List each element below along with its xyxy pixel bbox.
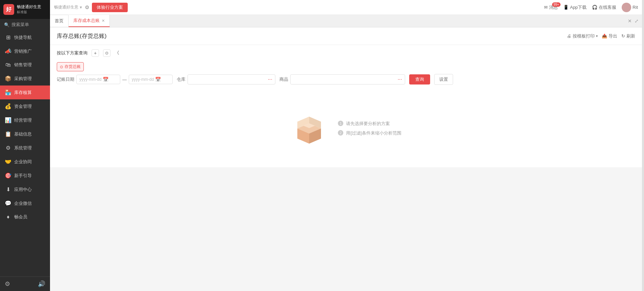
filter-scheme-label: 按以下方案查询 (57, 50, 88, 56)
enterprise-icon: 🤝 (5, 159, 11, 165)
user-avatar-area[interactable]: Rit (622, 3, 638, 12)
app-download-btn[interactable]: 📱 App下载 (563, 4, 587, 10)
app-name-block: 畅捷通好生意 标准版 (17, 4, 41, 15)
app-logo: 好 畅捷通好生意 标准版 (0, 0, 50, 19)
print-action[interactable]: 🖨 按模板打印 ▾ (567, 33, 598, 39)
refresh-label: 刷新 (626, 33, 635, 39)
tab-close-icon[interactable]: ✕ (102, 19, 105, 23)
sidebar-item-finance[interactable]: 💰 资金管理 (0, 99, 50, 113)
industry-btn[interactable]: 体验行业方案 (92, 3, 128, 12)
sidebar-item-label: 应用中心 (14, 187, 32, 193)
sidebar-item-label: 企业协同 (14, 159, 32, 165)
scheme-tag-inventory[interactable]: ⊙ 存货总账 (57, 62, 84, 71)
avatar (622, 3, 631, 12)
date-end-placeholder: yyyy-mm-dd (132, 77, 154, 82)
date-start-input[interactable]: yyyy-mm-dd 📅 (76, 75, 120, 84)
breadcrumb-text: 畅捷通好生意 (54, 4, 78, 10)
refresh-icon: ↻ (621, 33, 625, 39)
topbar-left: 畅捷通好生意 ▾ ⚙ 体验行业方案 (54, 3, 541, 12)
right-resize-handle[interactable] (642, 0, 644, 291)
sidebar-item-appstore[interactable]: ⬇ 应用中心 (0, 183, 50, 196)
product-more-icon[interactable]: ··· (398, 76, 402, 82)
sidebar-item-enterprise[interactable]: 🤝 企业协同 (0, 155, 50, 169)
empty-content: 1 请先选择要分析的方案 2 用[过滤]条件来缩小分析范围 (291, 110, 401, 147)
date-filter-group: 记账日期 yyyy-mm-dd 📅 — yyyy-mm-dd 📅 (57, 75, 173, 84)
page-body: 库存总账(存货总账) 🖨 按模板打印 ▾ 📤 导出 ↻ 刷新 (50, 27, 642, 167)
message-btn[interactable]: ✉ 消息 99+ (544, 4, 558, 10)
filter-schema-btn[interactable]: ⊙ (103, 49, 110, 57)
tab-inventory-ledger[interactable]: 库存成本总账 ✕ (69, 15, 110, 27)
date-start-placeholder: yyyy-mm-dd (79, 77, 101, 82)
export-icon: 📤 (602, 33, 607, 39)
sidebar-item-label: 库存核算 (14, 90, 32, 96)
sidebar-item-label: 资金管理 (14, 103, 32, 110)
sidebar-item-guide[interactable]: 🎯 新手引导 (0, 169, 50, 183)
scheme-tag-row: ⊙ 存货总账 (50, 61, 642, 74)
page-actions: 🖨 按模板打印 ▾ 📤 导出 ↻ 刷新 (567, 33, 635, 39)
empty-illustration (291, 110, 328, 147)
tab-close-panel-icon[interactable]: ✕ (628, 18, 632, 24)
sidebar-search[interactable]: 🔍 搜索菜单 (0, 19, 50, 30)
headset-icon: 🎧 (592, 5, 597, 10)
sidebar-item-vip[interactable]: ♦ 畅会员 (0, 210, 50, 224)
calendar-end-icon[interactable]: 📅 (155, 77, 161, 82)
app-download-label: App下载 (570, 4, 587, 10)
logo-icon: 好 (3, 4, 14, 15)
product-input[interactable]: ··· (290, 74, 405, 84)
sidebar-item-marketing[interactable]: 📣 营销推广 (0, 44, 50, 58)
refresh-action[interactable]: ↻ 刷新 (621, 33, 635, 39)
scheme-tag-label: 存货总账 (65, 64, 81, 70)
tab-inventory-ledger-label: 库存成本总账 (73, 18, 100, 24)
date-label: 记账日期 (57, 76, 74, 82)
warehouse-input[interactable]: ··· (188, 74, 275, 84)
sidebar-item-purchase[interactable]: 📦 采购管理 (0, 72, 50, 86)
filter-collapse-btn[interactable]: 《 (115, 50, 119, 56)
schema-icon: ⊙ (105, 51, 108, 55)
warehouse-more-icon[interactable]: ··· (268, 76, 272, 82)
warehouse-label: 仓库 (177, 76, 185, 82)
tab-home[interactable]: 首页 (50, 15, 69, 27)
page-title: 库存总账(存货总账) (57, 32, 106, 40)
online-service-label: 在线客服 (599, 4, 616, 10)
filter-add-btn[interactable]: + (92, 49, 99, 57)
warehouse-filter-group: 仓库 ··· (177, 74, 275, 84)
sidebar-item-weixin[interactable]: 💬 企业微信 (0, 196, 50, 210)
date-end-input[interactable]: yyyy-mm-dd 📅 (129, 75, 173, 84)
tip-num-2: 2 (338, 130, 343, 136)
settings-button[interactable]: 设置 (434, 74, 453, 85)
sidebar-item-inventory[interactable]: 🏪 库存核算 (0, 86, 50, 99)
sidebar: 好 畅捷通好生意 标准版 🔍 搜索菜单 ⊞ 快捷导航 📣 营销推广 🛍 销售管理… (0, 0, 50, 291)
filter-fields: 记账日期 yyyy-mm-dd 📅 — yyyy-mm-dd 📅 仓库 (50, 74, 642, 90)
empty-tip-1: 1 请先选择要分析的方案 (338, 121, 401, 127)
username: Rit (633, 5, 638, 10)
query-button[interactable]: 查询 (409, 74, 430, 84)
online-service-btn[interactable]: 🎧 在线客服 (592, 4, 616, 10)
tip-text-2: 用[过滤]条件来缩小分析范围 (346, 130, 401, 136)
vip-icon: ♦ (5, 214, 11, 220)
search-icon: 🔍 (4, 22, 9, 27)
sidebar-item-system[interactable]: ⚙ 系统管理 (0, 141, 50, 155)
main-area: 畅捷通好生意 ▾ ⚙ 体验行业方案 ✉ 消息 99+ 📱 App下载 🎧 在线客… (50, 0, 642, 291)
tab-bar: 首页 库存成本总账 ✕ ✕ ⤢ (50, 15, 642, 27)
empty-tips: 1 请先选择要分析的方案 2 用[过滤]条件来缩小分析范围 (338, 121, 401, 136)
sidebar-item-basic[interactable]: 📋 基础信息 (0, 127, 50, 141)
system-icon: ⚙ (5, 145, 11, 151)
finance-icon: 💰 (5, 103, 11, 110)
sidebar-item-operation[interactable]: 📊 经营管理 (0, 113, 50, 127)
phone-icon: 📱 (563, 5, 569, 10)
sidebar-item-label: 快捷导航 (14, 34, 32, 41)
speaker-icon[interactable]: 🔊 (38, 280, 45, 288)
topbar-gear-icon[interactable]: ⚙ (85, 4, 89, 10)
empty-state: 1 请先选择要分析的方案 2 用[过滤]条件来缩小分析范围 (50, 90, 642, 167)
settings-bottom-icon[interactable]: ⚙ (5, 280, 10, 288)
sidebar-item-quick-nav[interactable]: ⊞ 快捷导航 (0, 30, 50, 44)
topbar: 畅捷通好生意 ▾ ⚙ 体验行业方案 ✉ 消息 99+ 📱 App下载 🎧 在线客… (50, 0, 642, 15)
calendar-start-icon[interactable]: 📅 (103, 77, 108, 82)
tab-expand-icon[interactable]: ⤢ (635, 18, 639, 24)
breadcrumb: 畅捷通好生意 ▾ (54, 4, 82, 10)
scheme-tag-icon: ⊙ (60, 65, 63, 69)
sidebar-item-sales[interactable]: 🛍 销售管理 (0, 58, 50, 72)
export-action[interactable]: 📤 导出 (602, 33, 617, 39)
appstore-icon: ⬇ (5, 186, 11, 193)
marketing-icon: 📣 (5, 48, 11, 54)
